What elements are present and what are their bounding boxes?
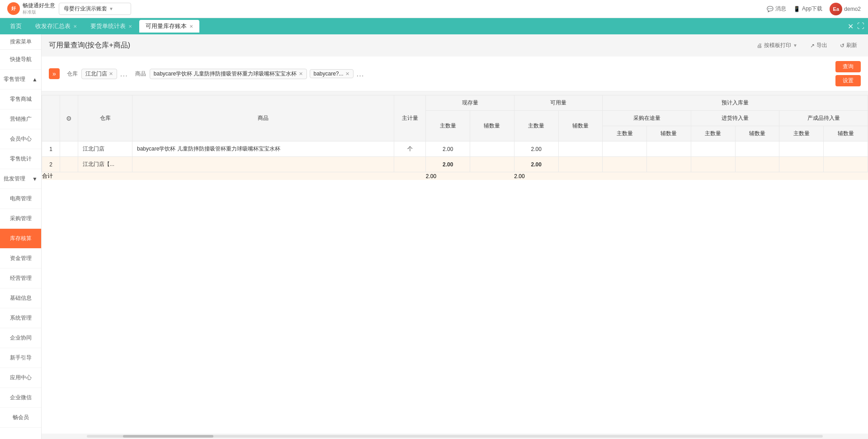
col-inc-main-header: 主数量 xyxy=(691,126,735,142)
tab-receipts-label: 收发存汇总表 xyxy=(35,22,71,30)
row1-seq: 1 xyxy=(42,142,60,157)
export-btn[interactable]: ↗ 导出 xyxy=(807,40,831,51)
avatar: Ea xyxy=(830,3,842,15)
sidebar-item-wholesale-mgmt-label: 批发管理 xyxy=(4,175,25,183)
col-stock-main-header: 主数量 xyxy=(426,111,470,142)
filter-area: » 仓库 江北门店 ✕ … 商品 babycare学饮杯 儿童防摔防撞吸管杯重力… xyxy=(42,57,868,91)
sidebar-search-area: 搜索菜单 xyxy=(0,34,41,50)
goods-more-icon[interactable]: … xyxy=(356,70,364,78)
sidebar-item-appcenter-label: 应用中心 xyxy=(10,374,32,382)
scroll-thumb[interactable] xyxy=(123,435,213,438)
warehouse-tag-close-icon[interactable]: ✕ xyxy=(109,71,113,77)
horizontal-scrollbar[interactable] xyxy=(42,434,868,439)
warehouse-filter-group: 仓库 江北门店 ✕ … xyxy=(67,69,128,79)
sidebar-item-inventory[interactable]: 库存核算 xyxy=(0,229,41,249)
sidebar-item-purchase[interactable]: 采购管理 xyxy=(0,209,41,229)
gear-icon[interactable]: ⚙ xyxy=(66,115,72,122)
col-avail-header: 可用量 xyxy=(514,95,603,111)
filter-toggle-btn[interactable]: » xyxy=(49,68,60,79)
sidebar-item-member-label: 会员中心 xyxy=(10,135,32,143)
warehouse-more-icon[interactable]: … xyxy=(120,70,128,78)
tab-close-all-icon[interactable]: ✕ xyxy=(848,22,854,31)
goods-tag-2-close-icon[interactable]: ✕ xyxy=(345,71,349,77)
message-btn[interactable]: 💬 消息 xyxy=(767,5,786,13)
col-unit-header: 主计量 xyxy=(394,95,426,142)
sidebar-item-retail-mgmt-label: 零售管理 xyxy=(4,76,25,83)
print-btn[interactable]: 🖨 按模板打印 ▼ xyxy=(753,40,801,51)
mobile-icon: 📱 xyxy=(793,6,800,12)
row1-stock-main: 2.00 xyxy=(426,142,470,157)
footer-avail-main: 2.00 xyxy=(514,172,558,180)
sidebar-item-retail-stats[interactable]: 零售统计 xyxy=(0,149,41,169)
content-area: 可用量查询(按仓库+商品) 🖨 按模板打印 ▼ ↗ 导出 ↺ 刷新 » xyxy=(42,34,868,439)
col-avail-sub-header: 辅数量 xyxy=(558,111,603,142)
sidebar-item-enterprise-label: 企业协同 xyxy=(10,334,32,342)
sidebar-item-system[interactable]: 系统管理 xyxy=(0,308,41,328)
goods-tag-2[interactable]: babycare?... ✕ xyxy=(310,69,354,78)
row2-goods xyxy=(132,157,394,172)
print-label: 按模板打印 xyxy=(764,42,791,49)
row2-pur-sub xyxy=(647,157,691,172)
sidebar-item-member[interactable]: 会员中心 xyxy=(0,129,41,149)
sidebar-item-retail-mgmt[interactable]: 零售管理 ▲ xyxy=(0,70,41,90)
tab-orders-label: 要货单统计表 xyxy=(90,22,126,30)
setting-btn[interactable]: 设置 xyxy=(835,75,861,86)
sidebar-item-finance[interactable]: 资金管理 xyxy=(0,249,41,269)
goods-filter-tags: babycare学饮杯 儿童防摔防撞吸管杯重力球吸嘴杯宝宝水杯 ✕ babyca… xyxy=(150,69,364,79)
username: demo2 xyxy=(844,6,861,12)
sidebar-item-changhui[interactable]: 畅会员 xyxy=(0,408,41,428)
sidebar-item-wechat[interactable]: 企业微信 xyxy=(0,388,41,408)
tab-inventory[interactable]: 可用量库存账本 ✕ xyxy=(139,20,199,33)
goods-tag-1-text: babycare学饮杯 儿童防摔防撞吸管杯重力球吸嘴杯宝宝水杯 xyxy=(154,70,297,78)
goods-tag-1[interactable]: babycare学饮杯 儿童防摔防撞吸管杯重力球吸嘴杯宝宝水杯 ✕ xyxy=(150,69,307,79)
col-inc-sub-header: 辅数量 xyxy=(735,126,779,142)
sidebar-item-retail-mall[interactable]: 零售商城 xyxy=(0,90,41,109)
tab-orders[interactable]: 要货单统计表 ✕ xyxy=(84,20,138,33)
tab-fullscreen-icon[interactable]: ⛶ xyxy=(857,22,864,30)
tab-inventory-close[interactable]: ✕ xyxy=(189,24,193,29)
page-title: 可用量查询(按仓库+商品) xyxy=(49,41,130,50)
warehouse-tag[interactable]: 江北门店 ✕ xyxy=(81,69,117,79)
footer-avail-sub xyxy=(558,172,603,180)
row2-stock-main: 2.00 xyxy=(426,157,470,172)
tab-receipts[interactable]: 收发存汇总表 ✕ xyxy=(29,20,83,33)
tab-home[interactable]: 首页 xyxy=(4,20,28,33)
sidebar-item-ecommerce[interactable]: 电商管理 xyxy=(0,189,41,209)
sidebar-item-appcenter[interactable]: 应用中心 xyxy=(0,368,41,388)
goods-tag-1-close-icon[interactable]: ✕ xyxy=(299,71,303,77)
row2-prod-sub xyxy=(824,157,868,172)
sidebar-item-marketing[interactable]: 营销推广 xyxy=(0,109,41,129)
warehouse-filter-tags: 江北门店 ✕ … xyxy=(81,69,128,79)
sidebar-item-wholesale-mgmt[interactable]: 批发管理 ▼ xyxy=(0,169,41,189)
sidebar-item-inventory-label: 库存核算 xyxy=(10,235,32,242)
col-gear[interactable]: ⚙ xyxy=(60,95,78,142)
goods-tag-2-text: babycare?... xyxy=(314,71,344,77)
sidebar-item-basic-info[interactable]: 基础信息 xyxy=(0,288,41,308)
row1-inc-sub xyxy=(735,142,779,157)
user-area[interactable]: Ea demo2 xyxy=(830,3,861,15)
export-label: 导出 xyxy=(816,42,827,49)
sidebar-item-guide-label: 新手引导 xyxy=(10,354,32,362)
row2-pur-main xyxy=(603,157,647,172)
logo-area: 好 畅捷通好生意 标准版 xyxy=(7,2,55,15)
sidebar-item-guide[interactable]: 新手引导 xyxy=(0,348,41,368)
tab-home-label: 首页 xyxy=(10,22,22,30)
goods-filter-label: 商品 xyxy=(135,70,146,78)
row2-warehouse: 江北门店【... xyxy=(78,157,132,172)
footer-pur-sub xyxy=(647,172,691,180)
app-download-btn[interactable]: 📱 App下载 xyxy=(793,5,822,13)
sidebar-search-btn[interactable]: 搜索菜单 xyxy=(3,38,38,46)
row2-stock-sub xyxy=(470,157,514,172)
tab-orders-close[interactable]: ✕ xyxy=(128,24,132,29)
logo-text: 畅捷通好生意 xyxy=(23,2,55,9)
refresh-btn[interactable]: ↺ 刷新 xyxy=(836,40,861,51)
row2-avail-main: 2.00 xyxy=(514,157,558,172)
sidebar-item-quick-nav[interactable]: 快捷导航 xyxy=(0,50,41,70)
app-label: App下载 xyxy=(802,5,822,13)
sidebar-item-operations[interactable]: 经营管理 xyxy=(0,269,41,288)
industry-selector[interactable]: 母婴行业演示账套 ▼ xyxy=(59,3,131,15)
query-btn[interactable]: 查询 xyxy=(835,61,861,72)
sidebar-item-enterprise[interactable]: 企业协同 xyxy=(0,328,41,348)
logo-icon: 好 xyxy=(7,2,20,15)
tab-receipts-close[interactable]: ✕ xyxy=(73,24,77,29)
